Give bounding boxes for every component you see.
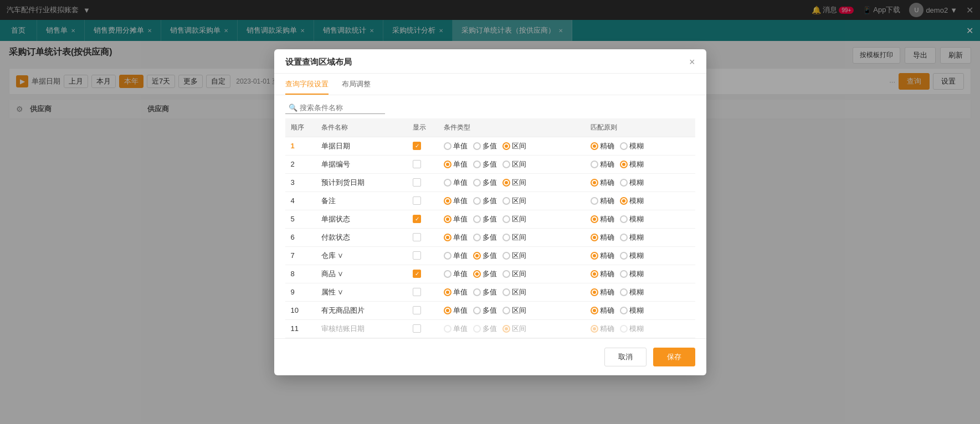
radio-match-exact[interactable]: 精确 <box>591 251 614 261</box>
row-order: 7 <box>285 246 316 265</box>
col-display: 显示 <box>407 118 438 137</box>
radio-type-range[interactable]: 区间 <box>502 269 526 279</box>
radio-match-exact[interactable]: 精确 <box>591 141 614 151</box>
radio-type-range[interactable]: 区间 <box>502 196 526 206</box>
radio-circle <box>444 161 451 168</box>
radio-circle <box>502 197 510 205</box>
dialog-footer: 取消 保存 <box>274 338 706 375</box>
search-input[interactable] <box>300 104 377 112</box>
radio-match-exact[interactable]: 精确 <box>591 178 614 188</box>
checkbox[interactable] <box>413 306 421 314</box>
save-button[interactable]: 保存 <box>653 348 695 366</box>
radio-type-single[interactable]: 单值 <box>444 178 468 188</box>
radio-type-single[interactable]: 单值 <box>444 306 468 316</box>
checkbox[interactable]: ✓ <box>413 215 421 223</box>
checkbox[interactable] <box>413 178 421 187</box>
radio-type-single[interactable]: 单值 <box>444 159 468 169</box>
row-display-checkbox[interactable] <box>407 192 438 210</box>
search-box[interactable]: 🔍 <box>285 102 385 114</box>
radio-type-single[interactable]: 单值 <box>444 287 468 297</box>
radio-type-multi[interactable]: 多值 <box>473 141 497 151</box>
dialog-tab-layout[interactable]: 布局调整 <box>342 74 371 95</box>
radio-match-fuzzy[interactable]: 模糊 <box>620 159 644 169</box>
radio-type-multi[interactable]: 多值 <box>473 196 497 206</box>
radio-circle <box>444 252 451 260</box>
radio-type-single[interactable]: 单值 <box>444 251 468 261</box>
radio-type-single[interactable]: 单值 <box>444 141 468 151</box>
row-condition-name: 审核结账日期 <box>316 319 408 338</box>
radio-match-exact[interactable]: 精确 <box>591 196 614 206</box>
radio-match-fuzzy[interactable]: 模糊 <box>620 178 644 188</box>
radio-match-fuzzy[interactable]: 模糊 <box>620 269 644 279</box>
radio-match-fuzzy[interactable]: 模糊 <box>620 232 644 242</box>
radio-type-multi[interactable]: 多值 <box>473 232 497 242</box>
radio-type-multi[interactable]: 多值 <box>473 251 497 261</box>
row-display-checkbox[interactable] <box>407 283 438 301</box>
radio-circle <box>591 325 598 333</box>
row-display-checkbox[interactable]: ✓ <box>407 265 438 283</box>
dialog: 设置查询区域布局 × 查询字段设置 布局调整 🔍 顺序 <box>274 49 706 375</box>
checkbox[interactable] <box>413 160 421 168</box>
checkbox[interactable] <box>413 324 421 333</box>
radio-type-multi[interactable]: 多值 <box>473 178 497 188</box>
radio-type-single[interactable]: 单值 <box>444 214 468 224</box>
radio-match-exact[interactable]: 精确 <box>591 306 614 316</box>
radio-type-single[interactable]: 单值 <box>444 324 468 334</box>
radio-type-single[interactable]: 单值 <box>444 196 468 206</box>
row-display-checkbox[interactable]: ✓ <box>407 137 438 155</box>
row-display-checkbox[interactable] <box>407 228 438 246</box>
radio-type-multi[interactable]: 多值 <box>473 159 497 169</box>
radio-type-multi[interactable]: 多值 <box>473 306 497 316</box>
cancel-button[interactable]: 取消 <box>604 348 647 366</box>
radio-type-multi[interactable]: 多值 <box>473 214 497 224</box>
row-display-checkbox[interactable]: ✓ <box>407 210 438 228</box>
radio-match-exact[interactable]: 精确 <box>591 324 614 334</box>
checkbox[interactable] <box>413 288 421 296</box>
row-display-checkbox[interactable] <box>407 246 438 265</box>
radio-match-fuzzy[interactable]: 模糊 <box>620 214 644 224</box>
row-match: 精确模糊 <box>585 246 695 265</box>
row-display-checkbox[interactable] <box>407 173 438 192</box>
row-display-checkbox[interactable] <box>407 301 438 319</box>
row-display-checkbox[interactable] <box>407 319 438 338</box>
radio-type-range[interactable]: 区间 <box>502 214 526 224</box>
radio-type-range[interactable]: 区间 <box>502 306 526 316</box>
radio-type-multi[interactable]: 多值 <box>473 324 497 334</box>
radio-match-exact[interactable]: 精确 <box>591 214 614 224</box>
radio-match-exact[interactable]: 精确 <box>591 232 614 242</box>
checkbox[interactable]: ✓ <box>413 142 421 150</box>
checkbox[interactable] <box>413 251 421 260</box>
radio-type-range[interactable]: 区间 <box>502 251 526 261</box>
radio-match-exact[interactable]: 精确 <box>591 159 614 169</box>
checkbox[interactable]: ✓ <box>413 270 421 278</box>
radio-type-multi[interactable]: 多值 <box>473 287 497 297</box>
radio-type-multi[interactable]: 多值 <box>473 269 497 279</box>
radio-type-single[interactable]: 单值 <box>444 269 468 279</box>
radio-match-exact[interactable]: 精确 <box>591 287 614 297</box>
row-type: 单值多值区间 <box>438 265 585 283</box>
checkbox[interactable] <box>413 233 421 241</box>
radio-circle <box>502 234 510 241</box>
radio-circle <box>591 252 598 260</box>
row-display-checkbox[interactable] <box>407 155 438 173</box>
dialog-close-button[interactable]: × <box>689 57 695 67</box>
radio-match-fuzzy[interactable]: 模糊 <box>620 287 644 297</box>
radio-match-fuzzy[interactable]: 模糊 <box>620 306 644 316</box>
radio-type-range[interactable]: 区间 <box>502 159 526 169</box>
radio-type-single[interactable]: 单值 <box>444 232 468 242</box>
radio-type-range[interactable]: 区间 <box>502 287 526 297</box>
radio-type-range[interactable]: 区间 <box>502 324 526 334</box>
radio-match-fuzzy[interactable]: 模糊 <box>620 141 644 151</box>
radio-circle <box>473 161 481 168</box>
table-row: 4备注单值多值区间精确模糊 <box>285 192 695 210</box>
radio-type-range[interactable]: 区间 <box>502 141 526 151</box>
radio-match-fuzzy[interactable]: 模糊 <box>620 251 644 261</box>
radio-match-exact[interactable]: 精确 <box>591 269 614 279</box>
dialog-tab-query-fields[interactable]: 查询字段设置 <box>285 74 329 95</box>
radio-match-fuzzy[interactable]: 模糊 <box>620 196 644 206</box>
checkbox[interactable] <box>413 197 421 205</box>
radio-type-range[interactable]: 区间 <box>502 232 526 242</box>
radio-match-fuzzy[interactable]: 模糊 <box>620 324 644 334</box>
radio-circle <box>591 197 598 205</box>
radio-type-range[interactable]: 区间 <box>502 178 526 188</box>
